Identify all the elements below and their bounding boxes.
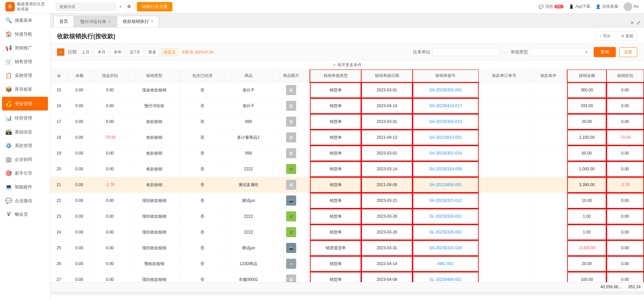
voucher-no-link[interactable]: SA-20210808-001 <box>429 182 462 187</box>
sidebar-item-quick[interactable]: 🏠 快捷导航 <box>0 27 50 41</box>
voucher-no-link[interactable]: SL-20230328-002 <box>429 230 462 234</box>
cell-cancel-voucher-no[interactable]: SL-20230408-001 <box>413 272 479 283</box>
col-gear[interactable]: ⚙ <box>50 70 67 82</box>
cell-cancel-voucher-no[interactable]: SA-20230414-017 <box>413 98 479 114</box>
sidebar-item-label: 搜索菜单 <box>15 17 32 24</box>
cell-cancel-voucher-no[interactable]: SA-20230301-010 <box>413 145 479 161</box>
query-button[interactable]: 查询 <box>594 47 616 57</box>
industry-button[interactable]: 休验行业方案 <box>137 2 172 11</box>
notification-button[interactable]: 💬 消息 99+ <box>539 4 564 9</box>
cell-receipt-condition <box>530 145 568 161</box>
app-download-button[interactable]: 📱 App下载 <box>569 4 590 9</box>
sidebar-item-wechat[interactable]: 💬 企业微信 <box>0 194 50 208</box>
cell-cancel-amount: 10.00 <box>567 193 606 209</box>
expand-more-bar[interactable]: ∨ 展开更多条件 <box>50 61 644 70</box>
cell-balance: 0.00 <box>67 145 91 161</box>
voucher-no-link[interactable]: SL-20230328-001 <box>429 214 462 219</box>
settings-button[interactable]: ⚙ <box>125 2 133 11</box>
cell-balance: 0.00 <box>67 161 91 177</box>
sidebar-item-purchase[interactable]: 📋 采购管理 <box>0 69 50 82</box>
voucher-no-link[interactable]: ABC-001 <box>437 261 454 266</box>
cell-cancel-voucher-no[interactable]: SL-20230328-002 <box>413 224 479 240</box>
cell-cancel-voucher-no[interactable]: SA-20230301-010 <box>413 114 479 130</box>
sidebar-item-operation[interactable]: 📊 经营管理 <box>0 111 50 125</box>
cell-goods: 999 <box>224 145 273 161</box>
tab-prepay[interactable]: 预付冲应付单 × <box>74 16 116 27</box>
voucher-no-link[interactable]: SL-20230408-001 <box>429 277 462 282</box>
cell-cancel-voucher-no[interactable]: SA-20210813-001 <box>413 130 479 145</box>
cell-cancel-voucher-no[interactable]: SA-20210808-001 <box>413 177 479 193</box>
cell-cancel-type: 预付冲应收 <box>128 98 180 114</box>
voucher-no-link[interactable]: SA-20230321-012 <box>429 198 462 203</box>
settings-button-filter[interactable]: 设置 <box>619 47 637 57</box>
page-header: 收款核销执行(按收款) ↑ 导出 ↺ 刷新 <box>50 28 644 44</box>
sidebar-item-member[interactable]: V 畅会员 <box>0 208 50 221</box>
voucher-no-link[interactable]: SA-20230301-010 <box>429 119 462 124</box>
date-last-month[interactable]: 上月 <box>78 48 93 56</box>
online-service-button[interactable]: 👤 在线客服 <box>596 4 618 9</box>
avatar <box>624 2 632 11</box>
cell-num: 22 <box>50 193 67 209</box>
cell-balance: 0.00 <box>67 224 91 240</box>
expand-icon[interactable]: » <box>57 48 64 56</box>
user-menu[interactable]: Rit <box>624 2 639 11</box>
hardware-icon: 💻 <box>5 184 12 190</box>
date-more[interactable]: 更多 <box>145 48 159 56</box>
voucher-type-label: 单据类型 <box>511 49 528 55</box>
voucher-no-link[interactable]: SA-20230301-001 <box>429 88 462 92</box>
sidebar-item-marketing[interactable]: 📢 营销推广 <box>0 41 50 55</box>
voucher-no-link[interactable]: SA-20230314-008 <box>429 167 462 171</box>
cell-num: 26 <box>50 256 67 272</box>
cell-cancel-voucher-date: 2023-04-08 <box>361 272 413 283</box>
date-custom-btn[interactable]: 自定义 <box>161 48 178 56</box>
cell-cancel-voucher-no[interactable]: SA-20230321-012 <box>413 193 479 209</box>
operation-icon: 📊 <box>5 115 12 121</box>
voucher-no-link[interactable]: SA-20230414-017 <box>429 103 462 108</box>
dropdown-arrow-icon[interactable]: ▾ <box>119 4 121 9</box>
cell-cancel-voucher-no[interactable]: SA-20230331-026 <box>413 240 479 256</box>
sidebar-item-basic[interactable]: 🗃️ 基础信息 <box>0 125 50 139</box>
table-row: 23 0.00 0.00 现结收款核销 否 2222 🌿 销货单 2023-03… <box>50 209 644 224</box>
cell-cancel-voucher-type: 销货退货单 <box>310 240 361 256</box>
sidebar-item-finance[interactable]: 💰 资金管理 <box>2 97 48 111</box>
voucher-no-link[interactable]: SA-20230331-026 <box>429 246 462 250</box>
filter-date: 日期 上月 本月 本年 近7天 更多 自定义 <box>68 48 178 56</box>
sidebar-item-search[interactable]: 🔍 搜索菜单 <box>0 13 50 27</box>
sidebar-item-hardware[interactable]: 💻 智能硬件 <box>0 180 50 194</box>
tab-prepay-close[interactable]: × <box>108 19 111 24</box>
sidebar-item-sales[interactable]: 🛒 销售管理 <box>0 55 50 69</box>
cell-cancel-voucher-no[interactable]: SA-20230301-001 <box>413 82 479 98</box>
horizontal-scrollbar[interactable] <box>50 291 644 295</box>
sidebar-item-guide[interactable]: 🎯 新手引导 <box>0 166 50 180</box>
voucher-type-select[interactable]: 销货单 销货退货单 <box>530 48 590 56</box>
voucher-no-link[interactable]: SA-20230301-010 <box>429 151 462 156</box>
cell-cancel-discount: 0.00 <box>606 193 644 209</box>
cell-cancel-voucher-date: 2021-08-13 <box>361 130 413 145</box>
cell-cash-discount: 0.00 <box>91 256 129 272</box>
counterpart-input[interactable] <box>432 48 499 56</box>
sidebar-item-inventory[interactable]: 📦 库存核算 <box>0 82 50 96</box>
date-last-7days[interactable]: 近7天 <box>127 48 143 56</box>
cell-num: 19 <box>50 145 67 161</box>
cell-cancel-voucher-no[interactable]: ABC-001 <box>413 256 479 272</box>
refresh-button[interactable]: ↺ 刷新 <box>617 32 637 41</box>
cell-cancel-voucher-no[interactable]: SA-20230314-008 <box>413 161 479 177</box>
tab-receipt-cancel[interactable]: 收款核销执行 × <box>117 16 159 27</box>
sidebar-item-corp[interactable]: 🏢 企业协同 <box>0 153 50 166</box>
tab-expand-icon[interactable]: ⤢ <box>636 19 641 26</box>
col-goods-image: 商品图片 <box>273 70 310 82</box>
export-button[interactable]: ↑ 导出 <box>596 32 614 41</box>
logo-icon: 6 <box>5 2 15 11</box>
cell-cancel-amount: 60.00 <box>567 145 606 161</box>
cell-cancel-voucher-no[interactable]: SL-20230328-001 <box>413 209 479 224</box>
tab-home[interactable]: 首页 <box>54 16 74 27</box>
date-this-month[interactable]: 本月 <box>95 48 109 56</box>
sidebar-item-system[interactable]: ⚙️ 系统管理 <box>0 139 50 153</box>
cell-receipt-order-no <box>479 224 530 240</box>
search-input[interactable] <box>56 3 116 11</box>
tab-close-all-icon[interactable]: × <box>631 20 634 26</box>
date-this-year[interactable]: 本年 <box>111 48 125 56</box>
voucher-no-link[interactable]: SA-20210813-001 <box>429 135 462 140</box>
cell-cancel-voucher-date: 2023-03-31 <box>361 240 413 256</box>
tab-receipt-cancel-close[interactable]: × <box>151 19 153 24</box>
